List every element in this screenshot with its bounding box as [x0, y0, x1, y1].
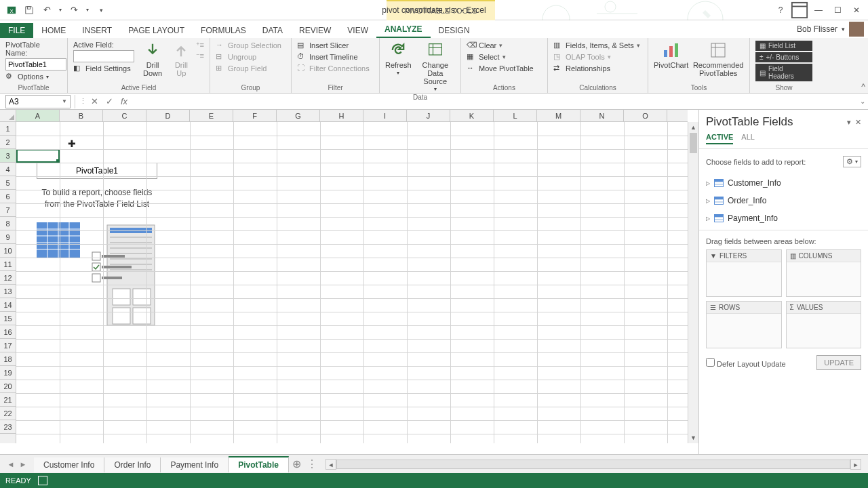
- column-header[interactable]: C: [103, 110, 146, 121]
- expand-formula-bar-icon[interactable]: ⌄: [857, 98, 868, 105]
- plus-minus-buttons-toggle[interactable]: ±+/- Buttons: [755, 52, 812, 62]
- sheet-tab[interactable]: Payment Info: [161, 458, 229, 472]
- row-header[interactable]: 14: [0, 298, 16, 312]
- tab-home[interactable]: HOME: [33, 23, 74, 38]
- expand-icon[interactable]: ▷: [706, 198, 710, 204]
- redo-icon[interactable]: ↷: [66, 3, 81, 18]
- row-header[interactable]: 10: [0, 244, 16, 258]
- tab-file[interactable]: FILE: [0, 23, 33, 38]
- options-button[interactable]: ⚙Options▾: [5, 72, 49, 81]
- rows-area[interactable]: ☰ROWS: [706, 301, 782, 348]
- column-header[interactable]: L: [494, 110, 537, 121]
- row-header[interactable]: 21: [0, 393, 16, 407]
- column-header[interactable]: G: [277, 110, 320, 121]
- undo-caret-icon[interactable]: ▾: [57, 3, 64, 18]
- column-header[interactable]: N: [580, 110, 624, 121]
- vertical-scrollbar[interactable]: ▲ ▼: [688, 122, 698, 443]
- macro-record-icon[interactable]: [38, 476, 47, 485]
- redo-caret-icon[interactable]: ▾: [84, 3, 91, 18]
- field-list-toggle[interactable]: ▦Field List: [755, 41, 812, 51]
- group-selection-button[interactable]: →Group Selection: [216, 41, 281, 50]
- row-header[interactable]: 13: [0, 285, 16, 298]
- insert-slicer-button[interactable]: ▤Insert Slicer: [297, 41, 370, 50]
- tab-analyze[interactable]: ANALYZE: [376, 22, 431, 38]
- tab-design[interactable]: DESIGN: [431, 23, 478, 38]
- pane-close-icon[interactable]: ✕: [855, 118, 861, 127]
- field-settings-button[interactable]: ◧Field Settings: [73, 64, 134, 73]
- sheet-tab[interactable]: Order Info: [104, 458, 161, 472]
- column-header[interactable]: K: [450, 110, 494, 121]
- pane-menu-caret-icon[interactable]: ▾: [847, 118, 851, 127]
- maximize-button[interactable]: ☐: [829, 3, 846, 17]
- row-header[interactable]: 18: [0, 352, 16, 366]
- row-header[interactable]: 6: [0, 190, 16, 203]
- row-header[interactable]: 9: [0, 230, 16, 244]
- formula-bar[interactable]: [132, 95, 857, 108]
- sheet-nav-next-icon[interactable]: ►: [18, 460, 28, 468]
- save-icon[interactable]: [22, 3, 37, 18]
- field-list-item[interactable]: ▷Customer_Info: [705, 174, 863, 192]
- pivotchart-button[interactable]: PivotChart: [654, 41, 688, 69]
- row-header[interactable]: 16: [0, 325, 16, 339]
- column-header[interactable]: O: [624, 110, 667, 121]
- column-header[interactable]: E: [190, 110, 233, 121]
- close-button[interactable]: ✕: [848, 3, 865, 17]
- row-header[interactable]: 15: [0, 312, 16, 325]
- field-headers-toggle[interactable]: ▤Field Headers: [755, 64, 812, 81]
- minimize-button[interactable]: —: [810, 3, 827, 17]
- group-field-button[interactable]: ⊞Group Field: [216, 64, 281, 73]
- row-header[interactable]: 3: [0, 149, 16, 163]
- sheet-tab[interactable]: Customer Info: [34, 458, 104, 472]
- drill-down-button[interactable]: Drill Down: [138, 41, 167, 77]
- clear-button[interactable]: ⌫Clear: [467, 41, 534, 50]
- column-header[interactable]: I: [363, 110, 407, 121]
- selected-cell[interactable]: [16, 149, 60, 163]
- row-header[interactable]: 17: [0, 339, 16, 352]
- expand-icon[interactable]: ▷: [706, 180, 710, 186]
- column-header[interactable]: B: [60, 110, 103, 121]
- recommended-pivottables-button[interactable]: Recommended PivotTables: [692, 41, 744, 77]
- move-pivottable-button[interactable]: ↔Move PivotTable: [467, 64, 534, 73]
- scroll-left-icon[interactable]: ◄: [326, 459, 336, 470]
- pane-tab-active[interactable]: ACTIVE: [706, 133, 733, 144]
- row-header[interactable]: 4: [0, 163, 16, 176]
- pane-layout-gear-icon[interactable]: ⚙▾: [843, 156, 861, 167]
- column-header[interactable]: A: [16, 110, 60, 121]
- select-all-corner[interactable]: [0, 110, 16, 122]
- row-header[interactable]: 12: [0, 271, 16, 285]
- row-header[interactable]: 22: [0, 407, 16, 420]
- field-list-item[interactable]: ▷Payment_Info: [705, 209, 863, 227]
- refresh-button[interactable]: Refresh▾: [385, 41, 412, 77]
- row-header[interactable]: 23: [0, 420, 16, 434]
- values-area[interactable]: ΣVALUES: [786, 301, 862, 348]
- olap-tools-button[interactable]: ◳OLAP Tools: [553, 52, 640, 62]
- column-header[interactable]: J: [407, 110, 450, 121]
- column-header[interactable]: D: [146, 110, 190, 121]
- select-button[interactable]: ▦Select: [467, 52, 534, 62]
- scroll-down-icon[interactable]: ▼: [688, 432, 698, 443]
- filter-connections-button[interactable]: ⛶Filter Connections: [297, 64, 370, 73]
- qat-customize-icon[interactable]: ▾: [94, 3, 108, 18]
- user-avatar[interactable]: [849, 22, 864, 37]
- active-field-input[interactable]: [73, 50, 134, 62]
- row-header[interactable]: 8: [0, 217, 16, 230]
- column-header[interactable]: H: [320, 110, 363, 121]
- relationships-button[interactable]: ⇄Relationships: [553, 64, 640, 73]
- tab-page-layout[interactable]: PAGE LAYOUT: [120, 23, 193, 38]
- fields-items-sets-button[interactable]: ▥Fields, Items, & Sets: [553, 41, 640, 50]
- ribbon-display-icon[interactable]: [791, 3, 808, 17]
- row-header[interactable]: 5: [0, 176, 16, 190]
- tab-data[interactable]: DATA: [254, 23, 291, 38]
- row-header[interactable]: 19: [0, 366, 16, 380]
- row-header[interactable]: 20: [0, 380, 16, 393]
- row-header[interactable]: 11: [0, 258, 16, 271]
- fx-icon[interactable]: fx: [117, 96, 132, 106]
- horizontal-scrollbar[interactable]: ◄ ►: [326, 459, 861, 470]
- row-header[interactable]: 2: [0, 136, 16, 149]
- change-data-source-button[interactable]: Change Data Source▾: [416, 41, 455, 93]
- defer-layout-checkbox[interactable]: Defer Layout Update: [706, 358, 786, 368]
- scroll-right-icon[interactable]: ►: [850, 459, 861, 470]
- undo-icon[interactable]: ↶: [39, 3, 54, 18]
- sheet-nav-prev-icon[interactable]: ◄: [5, 460, 16, 468]
- tab-view[interactable]: VIEW: [339, 23, 376, 38]
